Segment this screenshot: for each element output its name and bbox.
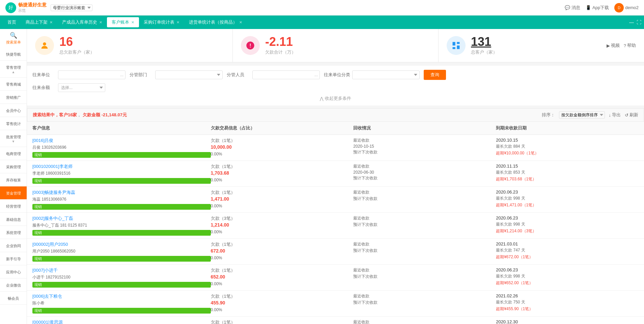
- sidebar-item-basic-info[interactable]: 基础信息: [0, 213, 27, 226]
- overdue-link[interactable]: 超期¥10,000.00（1笔）: [496, 150, 639, 156]
- search-icon: 🔍: [10, 32, 17, 39]
- debt-info: 欠款（1笔） 455.90 0.00%: [211, 293, 354, 312]
- customer-name-link[interactable]: [0016]吕俊: [32, 138, 211, 144]
- stat-icon-2: [241, 36, 260, 55]
- sidebar-item-app-center[interactable]: 应用中心: [0, 265, 27, 278]
- overdue-link[interactable]: 超期¥672.00（1笔）: [496, 254, 639, 260]
- filter-person-input[interactable]: [252, 70, 320, 79]
- results-info: 搜索结果中，客户16家， 欠款金额 -21,148.07元: [33, 112, 127, 118]
- app-download-action[interactable]: 📱 App下载: [586, 5, 609, 11]
- filter-customer-input[interactable]: [58, 70, 125, 79]
- filter-dept-select[interactable]: [155, 70, 223, 79]
- sidebar-item-wholesale-mgmt[interactable]: 批发管理 ▼: [0, 130, 27, 147]
- sub-title-link: 示范: [18, 8, 47, 13]
- table-row: [000002]用户2050 用户2050 18665062050 现销 欠款（…: [27, 239, 644, 265]
- close-icon[interactable]: ✕: [99, 20, 102, 25]
- minimize-icon[interactable]: —: [629, 20, 634, 25]
- system-select[interactable]: 母婴行业演示账套: [51, 4, 92, 11]
- help-link[interactable]: ? 帮助: [624, 42, 636, 49]
- overdue-link[interactable]: 超期¥1,471.00（1笔）: [496, 202, 639, 208]
- customer-info: [000002]用户2050 用户2050 18665062050 现销: [32, 241, 211, 262]
- sidebar-item-purchase[interactable]: 采购管理: [0, 160, 27, 173]
- customer-info: [0006]去下粮仓 陈小希 现销: [32, 293, 211, 314]
- payment-info: 最近收款 预计下次收款: [353, 319, 496, 324]
- payment-info: 最近收款 预计下次收款: [353, 189, 496, 202]
- customer-name-link[interactable]: [0007]小进千: [32, 267, 211, 273]
- customer-name-link[interactable]: [0001020001]李老师: [32, 164, 211, 170]
- customer-info: [0016]吕俊 吕俊 13026203696 现销: [32, 138, 211, 158]
- sidebar-item-retail-mall[interactable]: 零售商城: [0, 78, 27, 91]
- refresh-icon: ↺: [625, 113, 628, 118]
- debt-info: 欠款（1笔） 10,000.00 0.00%: [211, 138, 354, 156]
- overdue-link[interactable]: 超期¥1,703.68（1笔）: [496, 176, 639, 182]
- tab-production-history[interactable]: 产成品入库单历史 ✕: [57, 17, 107, 27]
- sidebar-item-inventory[interactable]: 库存核算: [0, 173, 27, 186]
- message-action[interactable]: 💬 消息: [565, 5, 580, 11]
- overdue-info: 2020.06.23 最长欠款 998 天 超期¥652.00（1笔）: [496, 267, 639, 286]
- sidebar-item-enterprise[interactable]: 企业协同: [0, 239, 27, 252]
- debt-info: 欠款（1笔） 652.00 0.00%: [211, 267, 354, 286]
- filter-category-select[interactable]: [352, 70, 420, 79]
- export-icon: ↓: [609, 113, 611, 118]
- tab-product-onoff[interactable]: 商品上下架 ✕: [21, 17, 57, 27]
- filter-person-wrapper: ...: [252, 70, 320, 79]
- table-row: [0007]小进千 小进千 18279152100 现销 欠款（1笔） 652.…: [27, 265, 644, 291]
- export-link[interactable]: ↓ 导出: [609, 112, 621, 118]
- sidebar-item-marketing[interactable]: 营销推广: [0, 91, 27, 104]
- table-row-content: [0016]吕俊 吕俊 13026203696 现销 欠款（1笔） 10,000…: [27, 135, 644, 160]
- query-button[interactable]: 查询: [424, 70, 446, 80]
- close-icon[interactable]: ✕: [131, 20, 134, 25]
- customer-info: [0003]畅捷服务尹海蕊 海蕊 18513066976 现销: [32, 189, 211, 210]
- refresh-link[interactable]: ↺ 刷新: [625, 112, 638, 118]
- svg-rect-2: [457, 42, 459, 44]
- stat-icon-3: [447, 36, 466, 55]
- sidebar-item-system[interactable]: 系统管理: [0, 226, 27, 239]
- svg-rect-1: [453, 42, 455, 46]
- customer-name-link[interactable]: [0003]畅捷服务尹海蕊: [32, 189, 211, 196]
- sort-select[interactable]: 按欠款金额倒序排序: [559, 111, 605, 119]
- customer-name-link[interactable]: [0002]服务中心_丁磊: [32, 215, 211, 222]
- collapse-btn[interactable]: ⋀ 收起更多条件: [32, 95, 639, 101]
- tab-customer-account[interactable]: 客户账本 ✕: [107, 17, 139, 27]
- sidebar-item-guide[interactable]: 新手引导: [0, 252, 27, 265]
- logo-icon: 好: [5, 2, 16, 13]
- sidebar-item-finance[interactable]: 资金管理: [0, 186, 27, 200]
- filter-person-label: 分管人员: [227, 72, 250, 78]
- close-icon[interactable]: ✕: [176, 20, 179, 25]
- close-icon[interactable]: ✕: [50, 20, 53, 25]
- close-icon[interactable]: ✕: [239, 20, 242, 25]
- sidebar-item-members[interactable]: 会员中心: [0, 104, 27, 117]
- maximize-icon[interactable]: ⛶: [637, 20, 641, 25]
- sidebar-item-ecommerce[interactable]: 电商管理: [0, 147, 27, 160]
- debt-info: 欠款（1笔） 672.00 0.00%: [211, 241, 354, 260]
- overdue-link[interactable]: 超期¥455.90（1笔）: [496, 306, 639, 312]
- sidebar-item-retail-mgmt[interactable]: 零售管理 ▲: [0, 61, 27, 78]
- table-row: [0006]去下粮仓 陈小希 现销 欠款（1笔） 455.90 0.00% 最近…: [27, 291, 644, 317]
- debt-info: 欠款（1笔） 1,703.68 0.00%: [211, 164, 354, 182]
- filter-balance-select[interactable]: 选择...: [58, 83, 105, 92]
- overdue-info: 2021.03.01 最长欠款 747 天 超期¥672.00（1笔）: [496, 241, 639, 260]
- sidebar-search[interactable]: 🔍 搜索菜单: [0, 29, 27, 48]
- table-row: [0016]吕俊 吕俊 13026203696 现销 欠款（1笔） 10,000…: [27, 135, 644, 161]
- sidebar-item-wechat[interactable]: 企业微信: [0, 278, 27, 292]
- customer-name-link[interactable]: [000002]用户2050: [32, 241, 211, 247]
- video-link[interactable]: ▶ 视频: [607, 42, 620, 49]
- overdue-link[interactable]: 超期¥652.00（1笔）: [496, 280, 639, 286]
- sidebar-item-retail-stats[interactable]: 零售统计: [0, 117, 27, 130]
- user-action[interactable]: D demo2: [614, 3, 639, 12]
- stats-row: 16 总欠款客户（家） -2.11 欠款合计（万） 131: [27, 29, 644, 62]
- tab-purchase-product-stats[interactable]: 进货单统计表（按商品） ✕: [184, 17, 247, 27]
- chevron-down-icon: ▼: [1, 140, 25, 143]
- top-bar: 好 畅捷通好生意 示范 母婴行业演示账套 💬 消息 📱 App下载 D demo…: [0, 0, 644, 16]
- sidebar-item-quick-nav[interactable]: 快捷导航: [0, 48, 27, 61]
- overdue-link[interactable]: 超期¥1,214.00（3笔）: [496, 228, 639, 234]
- tab-purchase-stats[interactable]: 采购订单统计表 ✕: [139, 17, 184, 27]
- filter-row-2: 往来余额 选择...: [32, 83, 639, 92]
- sidebar-item-vip[interactable]: 畅会员: [0, 292, 27, 305]
- col-customer-info: 客户信息: [32, 125, 211, 131]
- customer-name-link[interactable]: [000001]黄思源: [32, 319, 211, 324]
- table-row-content: [0007]小进千 小进千 18279152100 现销 欠款（1笔） 652.…: [27, 265, 644, 290]
- customer-name-link[interactable]: [0006]去下粮仓: [32, 293, 211, 299]
- sidebar-item-operations[interactable]: 经营管理: [0, 200, 27, 213]
- tab-home[interactable]: 首页: [3, 17, 21, 27]
